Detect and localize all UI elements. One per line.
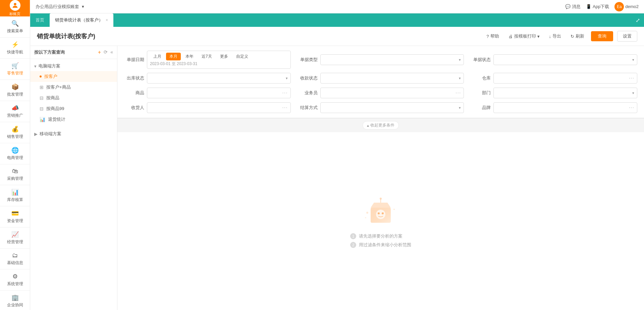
tab-sales-stat[interactable]: 销货单统计表（按客户） × — [50, 13, 113, 27]
message-icon: 💬 — [565, 4, 571, 9]
group-arrow-desktop: ▾ — [34, 64, 37, 69]
sidebar-item-shortcut-label: 快捷导航 — [7, 49, 23, 55]
scheme-item-return[interactable]: 📊 退货统计 — [30, 114, 117, 125]
sidebar-item-ecommerce[interactable]: 🌐 电商管理 — [0, 143, 30, 164]
date-control[interactable]: 上月 本月 本年 近7天 更多 自定义 2023-03-01 至 2023-03… — [147, 51, 291, 69]
print-arrow: ▾ — [537, 34, 540, 39]
print-btn[interactable]: 🖨 按模板打印 ▾ — [506, 32, 542, 41]
department-control[interactable]: ▾ — [493, 88, 637, 98]
receiptstatus-arrow: ▾ — [459, 76, 461, 81]
sidebar-item-finance[interactable]: 💳 资金管理 — [0, 206, 30, 227]
sidebar-item-basic-label: 基础信息 — [7, 260, 23, 266]
date-tab-thismonth[interactable]: 本月 — [166, 53, 181, 60]
maximize-btn[interactable]: ⤢ — [632, 17, 644, 23]
outstatus-label: 出库状态 — [124, 75, 144, 81]
inventory-icon: 📊 — [11, 189, 19, 196]
message-btn[interactable]: 💬 消息 — [565, 4, 581, 10]
sidebar-item-operations[interactable]: 📈 经营管理 — [0, 227, 30, 249]
group-label-mobile: 移动端方案 — [40, 131, 61, 137]
filter-status-item: 单据状态 ▾ — [471, 51, 637, 69]
sidebar-item-sales-label: 销售管理 — [7, 134, 23, 140]
tab-home[interactable]: 首页 — [30, 13, 50, 27]
scheme-group-desktop-header[interactable]: ▾ 电脑端方案 — [30, 61, 117, 71]
brand-dots: ··· — [629, 105, 634, 111]
search-icon: 🔍 — [11, 20, 19, 27]
brand-control[interactable]: ··· — [493, 102, 637, 113]
refresh-scheme-btn[interactable]: ⟳ — [104, 49, 108, 55]
topbar: 办公用品行业模拟账套 ▾ 💬 消息 📱 App下载 Ea demo2 — [30, 0, 644, 13]
scheme-item-customer[interactable]: 按客户 — [30, 71, 117, 82]
empty-hint-1: 1 请先选择要分析的方案 — [350, 233, 411, 239]
page-actions: ? 帮助 🖨 按模板打印 ▾ ↓ 导出 ↻ 刷新 查询 设置 — [484, 31, 637, 46]
filter-department-item: 部门 ▾ — [471, 88, 637, 98]
scheme-item-customer-goods[interactable]: ⊞ 按客户+商品 — [30, 82, 117, 93]
finance-icon: 💳 — [11, 210, 19, 217]
content: 销货单统计表(按客户) ? 帮助 🖨 按模板打印 ▾ ↓ 导出 ↻ 刷新 — [30, 27, 644, 310]
collapse-btn[interactable]: ▴ 收起更多条件 — [363, 121, 399, 130]
date-tab-custom[interactable]: 自定义 — [233, 53, 252, 60]
sidebar-item-sales[interactable]: 💰 销售管理 — [0, 122, 30, 143]
date-tab-lastmonth[interactable]: 上月 — [150, 53, 165, 60]
refresh-label: 刷新 — [576, 33, 584, 39]
recipient-control[interactable]: ··· — [147, 102, 291, 113]
salesperson-control[interactable]: ··· — [320, 88, 464, 98]
scheme-item-goods99[interactable]: ⊟ 按商品99 — [30, 103, 117, 114]
date-tabs: 上月 本月 本年 近7天 更多 自定义 — [150, 53, 252, 60]
scheme-group-mobile-header[interactable]: ▶ 移动端方案 — [30, 129, 117, 139]
status-control[interactable]: ▾ — [493, 54, 637, 65]
filter-goods-item: 商品 ··· — [124, 88, 291, 98]
sidebar-item-retail[interactable]: 🛒 零售管理 — [0, 59, 30, 80]
filter-row4: 收货人 ··· 结算方式 ▾ 品牌 — [124, 102, 637, 113]
svg-point-4 — [378, 212, 380, 214]
date-tab-7days[interactable]: 近7天 — [198, 53, 215, 60]
help-btn[interactable]: ? 帮助 — [484, 32, 501, 41]
receiptstatus-control[interactable]: ▾ — [320, 73, 464, 84]
date-tab-thisyear[interactable]: 本年 — [182, 53, 197, 60]
settlement-control[interactable]: ▾ — [320, 102, 464, 113]
outstatus-control[interactable]: ▾ — [147, 73, 291, 84]
user-name: demo2 — [625, 4, 639, 9]
sidebar-item-search[interactable]: 🔍 搜索菜单 — [0, 16, 30, 38]
query-btn[interactable]: 查询 — [591, 31, 613, 41]
settings-btn[interactable]: 设置 — [617, 31, 637, 42]
sidebar-item-marketing[interactable]: 📣 营销推广 — [0, 101, 30, 122]
goods-control[interactable]: ··· — [147, 88, 291, 98]
sidebar-item-wholesale[interactable]: 📦 批发管理 — [0, 80, 30, 101]
export-btn[interactable]: ↓ 导出 — [546, 32, 564, 41]
date-range: 2023-03-01 至 2023-03-31 — [150, 61, 197, 67]
date-tab-more[interactable]: 更多 — [217, 53, 231, 60]
scheme-label-goods: 按商品 — [46, 95, 59, 101]
hint-num-1: 1 — [350, 233, 356, 239]
hint-text-2: 用过滤条件来缩小分析范围 — [359, 242, 411, 248]
empty-hints: 1 请先选择要分析的方案 2 用过滤条件来缩小分析范围 — [350, 233, 411, 248]
empty-illustration — [361, 194, 401, 228]
group-arrow-mobile: ▶ — [34, 132, 38, 137]
svg-point-9 — [393, 209, 395, 210]
warehouse-control[interactable]: ··· — [493, 73, 637, 84]
tab-close-icon[interactable]: × — [106, 18, 108, 22]
receiptstatus-label: 收款状态 — [298, 75, 318, 81]
sidebar-item-ecommerce-label: 电商管理 — [7, 155, 23, 161]
scheme-item-goods[interactable]: ⊟ 按商品 — [30, 93, 117, 103]
page-header: 销货单统计表(按客户) ? 帮助 🖨 按模板打印 ▾ ↓ 导出 ↻ 刷新 — [30, 27, 644, 46]
empty-hint-2: 2 用过滤条件来缩小分析范围 — [350, 242, 411, 248]
app-download-btn[interactable]: 📱 App下载 — [586, 4, 609, 10]
status-label: 单据状态 — [471, 57, 491, 63]
type-control[interactable]: ▾ — [320, 54, 464, 65]
table-icon: ⊟ — [40, 95, 44, 101]
purchase-icon: 🛍 — [12, 168, 18, 175]
collapse-panel-btn[interactable]: « — [110, 49, 113, 55]
sidebar-item-system[interactable]: ⚙ 系统管理 — [0, 269, 30, 291]
main-area: 办公用品行业模拟账套 ▾ 💬 消息 📱 App下载 Ea demo2 首页 — [30, 0, 644, 310]
sidebar-item-basic[interactable]: 🗂 基础信息 — [0, 249, 30, 269]
add-scheme-btn[interactable]: + — [98, 49, 101, 55]
refresh-btn[interactable]: ↻ 刷新 — [568, 32, 587, 41]
sidebar-item-operations-label: 经营管理 — [7, 239, 23, 245]
user-area[interactable]: Ea demo2 — [614, 2, 639, 11]
dropdown-arrow[interactable]: ▾ — [82, 4, 84, 9]
sidebar-item-purchase[interactable]: 🛍 采购管理 — [0, 164, 30, 185]
sidebar-item-enterprise[interactable]: 🏢 企业协同 — [0, 291, 30, 310]
sidebar-item-inventory[interactable]: 📊 库存核算 — [0, 185, 30, 206]
sidebar-item-shortcut[interactable]: ⚡ 快捷导航 — [0, 38, 30, 59]
goods-label: 商品 — [124, 90, 144, 96]
